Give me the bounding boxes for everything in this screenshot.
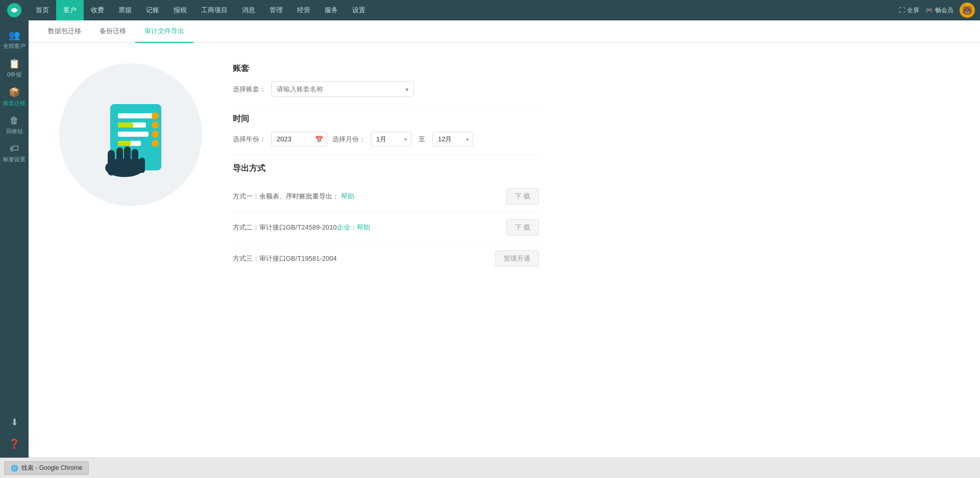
fullscreen-button[interactable]: ⛶ 全屏 (899, 6, 919, 15)
svg-rect-2 (118, 113, 154, 118)
account-row: 选择账套： (233, 81, 539, 97)
form-area: 账套 选择账套： 时间 选择年份： 选择月份： (233, 63, 539, 437)
page-content: 账套 选择账套： 时间 选择年份： 选择月份： (29, 43, 980, 458)
method3-row: 方式三：审计接口GB/T19581-2004 暂缓开通 (233, 243, 539, 274)
member-button[interactable]: 🎮 畅会员 (925, 6, 953, 15)
time-row: 选择年份： 选择月份： 1月2月3月 4月5月6月 7月8月9月 10月11月1… (233, 132, 539, 146)
sidebar-item-all-customers-label: 全部客户 (3, 42, 26, 50)
time-section-title: 时间 (233, 114, 539, 124)
taskbar-chrome-item[interactable]: 🌐 线索 - Google Chrome (4, 461, 89, 475)
avatar[interactable]: 🐻 (960, 3, 975, 18)
year-input[interactable] (271, 132, 327, 146)
nav-message[interactable]: 消息 (235, 0, 262, 20)
taskbar-item-label: 线索 - Google Chrome (21, 464, 82, 472)
svg-rect-4 (118, 132, 149, 137)
all-customers-icon: 👥 (9, 30, 20, 41)
start-month-select[interactable]: 1月2月3月 4月5月6月 7月8月9月 10月11月12月 (371, 132, 411, 146)
member-icon: 🎮 (925, 7, 933, 14)
to-label: 至 (416, 135, 427, 144)
fullscreen-icon: ⛶ (899, 7, 905, 14)
illustration-svg (80, 84, 182, 186)
tab-backup-migrate[interactable]: 备份迁移 (90, 20, 135, 43)
avatar-icon: 🐻 (962, 6, 972, 15)
method2-text: 方式二：审计接口GB/T24589-2010企业：帮助 (233, 223, 501, 232)
sidebar: 👥 全部客户 📋 0申报 📦 账套迁移 🗑 回收站 🏷 标签设置 ⬇ ❓ (0, 20, 29, 458)
method2-download-button[interactable]: 下 载 (506, 219, 539, 236)
chrome-icon: 🌐 (11, 465, 18, 472)
nav-business[interactable]: 工商项目 (194, 0, 235, 20)
nav-service[interactable]: 服务 (317, 0, 345, 20)
account-input[interactable] (271, 81, 414, 97)
method1-row: 方式一：余额表、序时账批量导出： 帮助 下 载 (233, 181, 539, 212)
method2-help-link[interactable]: ：帮助 (350, 223, 370, 231)
svg-rect-11 (118, 141, 131, 146)
method1-text: 方式一：余额表、序时账批量导出： 帮助 (233, 192, 501, 201)
method3-open-button[interactable]: 暂缓开通 (495, 250, 539, 267)
export-section-title: 导出方式 (233, 163, 539, 174)
app-logo (5, 1, 23, 19)
method3-text: 方式三：审计接口GB/T19581-2004 (233, 254, 490, 263)
start-month-wrapper: 1月2月3月 4月5月6月 7月8月9月 10月11月12月 (371, 132, 411, 146)
nav-home[interactable]: 首页 (29, 0, 56, 20)
sidebar-item-recycle-label: 回收站 (6, 128, 23, 135)
tag-settings-icon: 🏷 (10, 143, 19, 154)
year-input-wrapper (271, 132, 327, 146)
sidebar-item-tag-settings[interactable]: 🏷 标签设置 (0, 139, 29, 167)
svg-point-6 (152, 112, 159, 119)
sidebar-item-all-customers[interactable]: 👥 全部客户 (0, 26, 29, 54)
nav-billing[interactable]: 收费 (84, 0, 111, 20)
svg-point-8 (152, 131, 159, 138)
sidebar-bottom: ⬇ ❓ (6, 414, 23, 458)
svg-point-9 (152, 140, 159, 147)
method1-help-link[interactable]: 帮助 (341, 192, 354, 200)
top-nav: 首页 客户 收费 票据 记账 报税 工商项目 消息 管理 经营 服务 设置 ⛶ … (0, 0, 980, 20)
recycle-icon: 🗑 (10, 115, 19, 126)
divider-1 (233, 105, 539, 106)
nav-bookkeeping[interactable]: 记账 (139, 0, 166, 20)
zero-declare-icon: 📋 (9, 58, 20, 69)
divider-2 (233, 155, 539, 155)
sidebar-item-account-migrate[interactable]: 📦 账套迁移 (0, 83, 29, 111)
sidebar-item-recycle[interactable]: 🗑 回收站 (0, 111, 29, 139)
svg-point-7 (152, 121, 159, 129)
sidebar-item-zero-declare[interactable]: 📋 0申报 (0, 54, 29, 83)
main-wrapper: 👥 全部客户 📋 0申报 📦 账套迁移 🗑 回收站 🏷 标签设置 ⬇ ❓ 数据包… (0, 20, 980, 458)
taskbar: 🌐 线索 - Google Chrome (0, 458, 980, 478)
svg-rect-18 (108, 159, 145, 172)
method1-download-button[interactable]: 下 载 (506, 188, 539, 205)
nav-settings[interactable]: 设置 (345, 0, 373, 20)
sidebar-question-icon[interactable]: ❓ (6, 435, 23, 452)
account-label: 选择账套： (233, 85, 266, 94)
nav-customer[interactable]: 客户 (56, 0, 84, 20)
month-label: 选择月份： (332, 135, 365, 144)
illustration (59, 63, 202, 206)
sidebar-item-zero-declare-label: 0申报 (7, 71, 21, 79)
account-migrate-icon: 📦 (9, 87, 20, 98)
method2-row: 方式二：审计接口GB/T24589-2010企业：帮助 下 载 (233, 212, 539, 243)
end-month-wrapper: 1月2月3月 4月5月6月 7月8月9月 10月11月12月 (432, 132, 473, 146)
nav-operation[interactable]: 经营 (290, 0, 317, 20)
content-area: 数据包迁移 备份迁移 审计文件导出 (29, 20, 980, 458)
nav-tax[interactable]: 报税 (166, 0, 194, 20)
svg-rect-10 (118, 122, 133, 128)
tab-data-migrate[interactable]: 数据包迁移 (39, 20, 90, 43)
account-select-wrapper (271, 81, 414, 97)
nav-manage[interactable]: 管理 (262, 0, 290, 20)
tab-audit-export[interactable]: 审计文件导出 (135, 20, 193, 43)
end-month-select[interactable]: 1月2月3月 4月5月6月 7月8月9月 10月11月12月 (432, 132, 473, 146)
sidebar-item-account-migrate-label: 账套迁移 (3, 99, 26, 107)
nav-items: 首页 客户 收费 票据 记账 报税 工商项目 消息 管理 经营 服务 设置 (29, 0, 899, 20)
sidebar-download-icon[interactable]: ⬇ (8, 414, 21, 431)
account-section-title: 账套 (233, 63, 539, 74)
year-label: 选择年份： (233, 135, 266, 144)
tab-bar: 数据包迁移 备份迁移 审计文件导出 (29, 20, 980, 43)
sidebar-item-tag-settings-label: 标签设置 (3, 156, 26, 163)
nav-invoice[interactable]: 票据 (111, 0, 139, 20)
top-nav-right: ⛶ 全屏 🎮 畅会员 🐻 (899, 3, 975, 18)
method2-company: 企业 (337, 223, 350, 231)
